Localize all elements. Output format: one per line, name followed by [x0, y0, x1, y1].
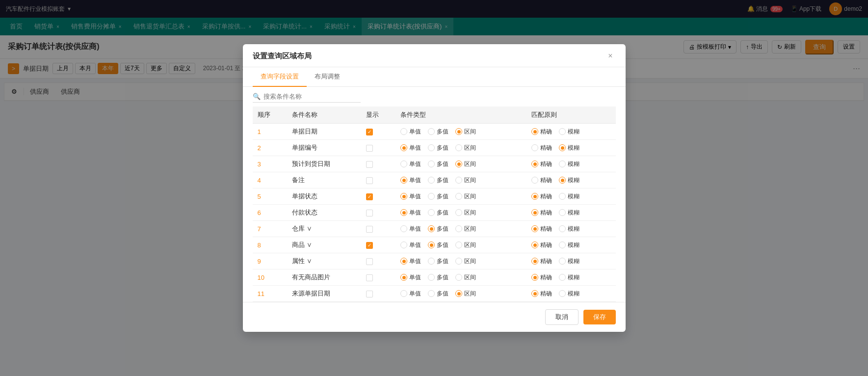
- match-radio-item[interactable]: 模糊: [559, 192, 579, 201]
- type-radio-item[interactable]: 区间: [455, 241, 476, 249]
- type-radio-item[interactable]: 区间: [455, 290, 476, 298]
- display-checkbox[interactable]: [366, 145, 373, 152]
- type-radio-item[interactable]: 单值: [400, 160, 421, 168]
- display-checkbox[interactable]: [366, 258, 373, 265]
- type-radio-item[interactable]: 区间: [455, 257, 476, 266]
- display-checkbox[interactable]: [366, 210, 373, 216]
- display-checkbox[interactable]: [366, 193, 373, 200]
- row-display[interactable]: [361, 205, 396, 221]
- type-radio-item[interactable]: 多值: [428, 209, 448, 217]
- match-radio-item[interactable]: 精确: [531, 144, 552, 152]
- row-display[interactable]: [361, 156, 396, 172]
- row-display[interactable]: [361, 140, 396, 156]
- cancel-button[interactable]: 取消: [545, 309, 579, 325]
- modal-table-row: 5单据状态单值多值区间精确模糊: [253, 188, 616, 205]
- radio-label: 模糊: [568, 225, 579, 233]
- match-radio-item[interactable]: 精确: [531, 257, 552, 266]
- type-radio-item[interactable]: 单值: [400, 209, 421, 217]
- modal-tab-query-fields[interactable]: 查询字段设置: [253, 67, 307, 87]
- display-checkbox[interactable]: [366, 291, 373, 297]
- modal-close-button[interactable]: ×: [605, 51, 615, 61]
- match-radio-item[interactable]: 模糊: [559, 257, 579, 266]
- type-radio-item[interactable]: 单值: [400, 176, 421, 185]
- row-display[interactable]: [361, 124, 396, 140]
- type-radio-item[interactable]: 多值: [428, 144, 448, 152]
- type-radio-item[interactable]: 区间: [455, 128, 476, 136]
- type-radio-item[interactable]: 区间: [455, 192, 476, 201]
- radio-dot: [559, 258, 566, 265]
- match-radio-item[interactable]: 精确: [531, 192, 552, 201]
- type-radio-item[interactable]: 区间: [455, 225, 476, 233]
- display-checkbox[interactable]: [366, 242, 373, 249]
- display-checkbox[interactable]: [366, 161, 373, 168]
- search-input[interactable]: [263, 93, 352, 100]
- match-radio-item[interactable]: 精确: [531, 128, 552, 136]
- radio-label: 模糊: [568, 192, 579, 201]
- match-radio-item[interactable]: 模糊: [559, 273, 579, 282]
- type-radio-item[interactable]: 区间: [455, 144, 476, 152]
- modal-header: 设置查询区域布局 ×: [243, 44, 626, 67]
- type-radio-item[interactable]: 多值: [428, 241, 448, 249]
- row-display[interactable]: [361, 188, 396, 205]
- radio-label: 多值: [437, 225, 448, 233]
- type-radio-item[interactable]: 多值: [428, 192, 448, 201]
- match-radio-item[interactable]: 精确: [531, 160, 552, 168]
- match-radio-item[interactable]: 模糊: [559, 128, 579, 136]
- type-radio-item[interactable]: 单值: [400, 192, 421, 201]
- match-radio-item[interactable]: 精确: [531, 209, 552, 217]
- save-button[interactable]: 保存: [583, 310, 616, 324]
- type-radio-item[interactable]: 区间: [455, 176, 476, 185]
- match-radio-item[interactable]: 精确: [531, 176, 552, 185]
- match-radio-item[interactable]: 模糊: [559, 290, 579, 298]
- row-display[interactable]: [361, 172, 396, 188]
- row-display[interactable]: [361, 237, 396, 253]
- row-name: 仓库 ∨: [287, 221, 361, 237]
- type-radio-item[interactable]: 单值: [400, 290, 421, 298]
- row-display[interactable]: [361, 269, 396, 286]
- type-radio-item[interactable]: 多值: [428, 128, 448, 136]
- match-radio-item[interactable]: 模糊: [559, 144, 579, 152]
- match-radio-item[interactable]: 模糊: [559, 241, 579, 249]
- type-radio-item[interactable]: 单值: [400, 273, 421, 282]
- row-match: 精确模糊: [526, 188, 615, 205]
- type-radio-item[interactable]: 单值: [400, 128, 421, 136]
- radio-label: 多值: [437, 241, 448, 249]
- type-radio-item[interactable]: 单值: [400, 144, 421, 152]
- modal-table-row: 6付款状态单值多值区间精确模糊: [253, 205, 616, 221]
- match-radio-item[interactable]: 精确: [531, 241, 552, 249]
- match-radio-item[interactable]: 精确: [531, 225, 552, 233]
- match-radio-group: 精确模糊: [531, 128, 610, 136]
- type-radio-item[interactable]: 单值: [400, 225, 421, 233]
- match-radio-item[interactable]: 精确: [531, 290, 552, 298]
- type-radio-item[interactable]: 区间: [455, 209, 476, 217]
- type-radio-group: 单值多值区间: [400, 257, 522, 266]
- type-radio-item[interactable]: 多值: [428, 176, 448, 185]
- row-display[interactable]: [361, 221, 396, 237]
- match-radio-item[interactable]: 模糊: [559, 209, 579, 217]
- type-radio-item[interactable]: 多值: [428, 273, 448, 282]
- type-radio-item[interactable]: 区间: [455, 273, 476, 282]
- modal-tab-layout-adjust[interactable]: 布局调整: [307, 67, 348, 87]
- row-type: 单值多值区间: [395, 253, 526, 269]
- match-radio-item[interactable]: 精确: [531, 273, 552, 282]
- type-radio-item[interactable]: 多值: [428, 225, 448, 233]
- display-checkbox[interactable]: [366, 226, 373, 233]
- row-display[interactable]: [361, 253, 396, 269]
- row-type: 单值多值区间: [395, 140, 526, 156]
- match-radio-item[interactable]: 模糊: [559, 225, 579, 233]
- type-radio-item[interactable]: 区间: [455, 160, 476, 168]
- display-checkbox[interactable]: [366, 129, 373, 135]
- type-radio-item[interactable]: 单值: [400, 257, 421, 266]
- type-radio-item[interactable]: 多值: [428, 160, 448, 168]
- type-radio-item[interactable]: 多值: [428, 257, 448, 266]
- radio-dot: [531, 193, 538, 200]
- display-checkbox[interactable]: [366, 274, 373, 281]
- display-checkbox[interactable]: [366, 177, 373, 184]
- type-radio-item[interactable]: 多值: [428, 290, 448, 298]
- match-radio-item[interactable]: 模糊: [559, 176, 579, 185]
- type-radio-item[interactable]: 单值: [400, 241, 421, 249]
- match-radio-item[interactable]: 模糊: [559, 160, 579, 168]
- col-order: 顺序: [253, 107, 288, 124]
- radio-dot: [400, 161, 407, 167]
- row-display[interactable]: [361, 286, 396, 302]
